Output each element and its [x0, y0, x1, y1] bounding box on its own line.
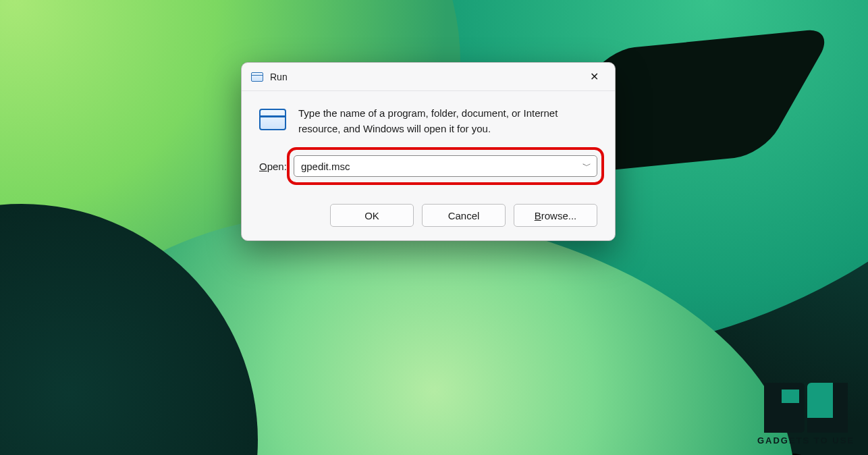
- open-combobox-wrap: ﹀: [294, 155, 597, 177]
- open-combobox[interactable]: ﹀: [294, 155, 597, 177]
- run-dialog: Run ✕ Type the name of a program, folder…: [241, 62, 616, 241]
- open-label: Open:: [259, 161, 287, 172]
- run-title-icon: [251, 72, 263, 82]
- close-icon: ✕: [590, 72, 599, 82]
- dialog-buttons: OK Cancel Browse...: [259, 204, 597, 227]
- description-row: Type the name of a program, folder, docu…: [259, 106, 597, 136]
- open-row: Open: ﹀: [259, 155, 597, 177]
- dialog-description: Type the name of a program, folder, docu…: [298, 106, 582, 136]
- close-button[interactable]: ✕: [578, 66, 609, 88]
- watermark-tagline: GADGETS TO USE: [757, 435, 855, 446]
- watermark-logo: GADGETS TO USE: [757, 383, 855, 446]
- dialog-body: Type the name of a program, folder, docu…: [242, 91, 615, 240]
- chevron-down-icon[interactable]: ﹀: [580, 160, 593, 172]
- browse-button[interactable]: Browse...: [514, 204, 597, 227]
- gj-logo-icon: [764, 383, 848, 433]
- ok-button[interactable]: OK: [330, 204, 414, 227]
- desktop: Run ✕ Type the name of a program, folder…: [0, 0, 868, 455]
- cancel-button[interactable]: Cancel: [422, 204, 506, 227]
- dialog-title: Run: [270, 72, 578, 82]
- open-input[interactable]: [301, 161, 580, 172]
- run-program-icon: [259, 109, 286, 130]
- titlebar[interactable]: Run ✕: [242, 63, 615, 91]
